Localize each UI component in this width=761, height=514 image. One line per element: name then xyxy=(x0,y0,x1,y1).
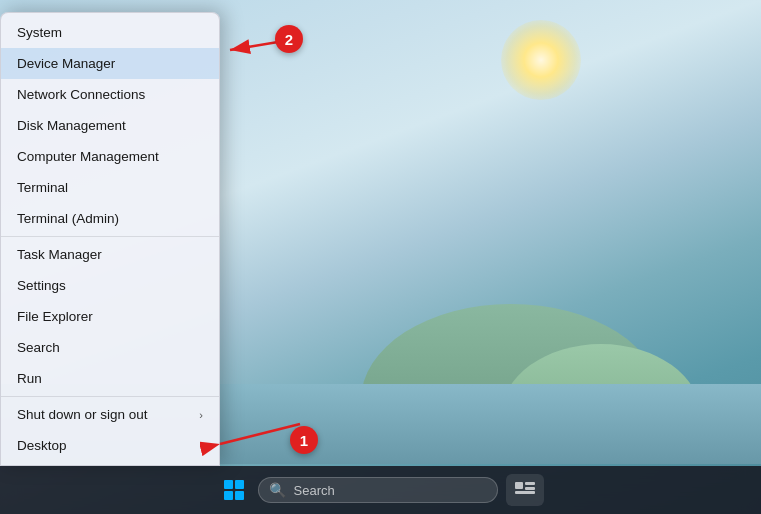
taskbar-search-label: Search xyxy=(294,483,335,498)
menu-item-system[interactable]: System xyxy=(1,17,219,48)
menu-item-terminal-admin[interactable]: Terminal (Admin) xyxy=(1,203,219,234)
submenu-arrow-icon: › xyxy=(199,409,203,421)
taskbar-widgets-button[interactable] xyxy=(506,474,544,506)
start-button[interactable] xyxy=(218,474,250,506)
widgets-icon xyxy=(515,482,535,498)
menu-divider-1 xyxy=(1,236,219,237)
menu-item-disk-management[interactable]: Disk Management xyxy=(1,110,219,141)
svg-rect-1 xyxy=(525,482,535,485)
windows-logo-icon xyxy=(224,480,244,500)
menu-item-desktop[interactable]: Desktop xyxy=(1,430,219,461)
menu-item-shutdown[interactable]: Shut down or sign out › xyxy=(1,399,219,430)
search-icon: 🔍 xyxy=(269,482,286,498)
svg-rect-3 xyxy=(515,491,535,494)
menu-item-network-connections[interactable]: Network Connections xyxy=(1,79,219,110)
taskbar: 🔍 Search xyxy=(0,466,761,514)
menu-item-device-manager[interactable]: Device Manager xyxy=(1,48,219,79)
menu-item-search[interactable]: Search xyxy=(1,332,219,363)
menu-item-task-manager[interactable]: Task Manager xyxy=(1,239,219,270)
context-menu: System Device Manager Network Connection… xyxy=(0,12,220,466)
menu-divider-2 xyxy=(1,396,219,397)
menu-item-run[interactable]: Run xyxy=(1,363,219,394)
svg-rect-0 xyxy=(515,482,523,489)
menu-item-settings[interactable]: Settings xyxy=(1,270,219,301)
menu-item-file-explorer[interactable]: File Explorer xyxy=(1,301,219,332)
taskbar-search-box[interactable]: 🔍 Search xyxy=(258,477,498,503)
menu-item-computer-management[interactable]: Computer Management xyxy=(1,141,219,172)
sun-decoration xyxy=(501,20,581,100)
svg-rect-2 xyxy=(525,487,535,490)
menu-item-terminal[interactable]: Terminal xyxy=(1,172,219,203)
